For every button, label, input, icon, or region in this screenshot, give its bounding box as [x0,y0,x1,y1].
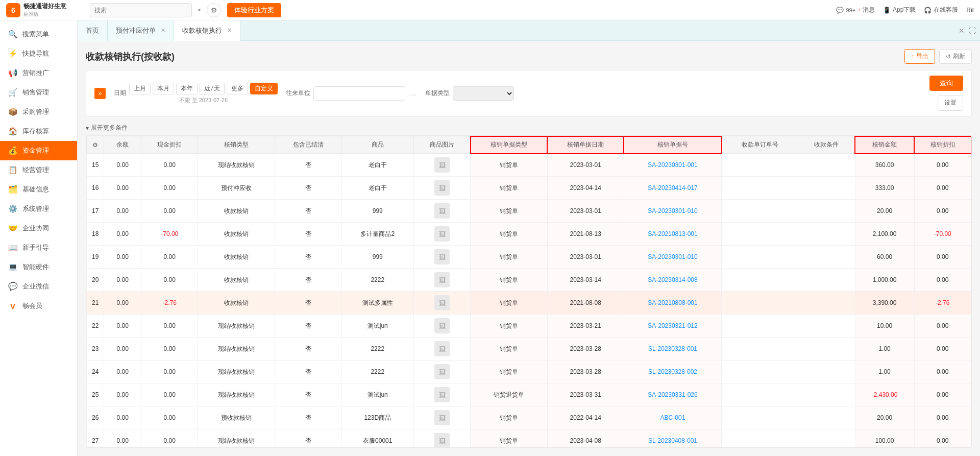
top-search-input[interactable] [90,3,192,17]
bill-no-cell[interactable]: SL-20230408-001 [624,429,721,448]
verify-amount-cell: 1.00 [855,338,914,361]
bill-no-cell[interactable]: SA-20230414-017 [624,177,721,200]
query-button[interactable]: 查询 [929,76,963,91]
trial-button[interactable]: 体验行业方案 [227,3,281,17]
partner-input[interactable] [313,86,405,101]
billtype-select[interactable] [453,86,514,101]
sidebar-item-system[interactable]: ⚙️ 系统管理 [0,199,77,219]
bill-no-cell[interactable]: SA-20210813-001 [624,223,721,246]
table-row: 25 0.00 0.00 现结收款核销 否 测试jun 🖼 销货退货单 2023… [87,383,971,406]
date-btn-last-month[interactable]: 上月 [129,83,151,94]
date-btn-more[interactable]: 更多 [227,83,248,94]
verify-discount-cell: 0.00 [914,361,971,383]
member-icon: V [8,301,17,310]
cash-discount-cell: 0.00 [141,361,198,383]
table-row: 23 0.00 0.00 现结收款核销 否 2222 🖼 销货单 2023-03… [87,338,971,361]
product-cell: 测试jun [341,383,414,406]
hardware-icon: 💻 [8,262,17,272]
bill-no-cell[interactable]: ABC-001 [624,406,721,429]
bill-type-cell: 销货单 [471,223,547,246]
tab-home[interactable]: 首页 [78,20,108,41]
product-img-cell: 🖼 [414,406,471,429]
app-download-icon[interactable]: 📱App下载 [883,6,916,14]
sidebar-item-wechat[interactable]: 💬 企业微信 [0,277,77,296]
bill-no-cell[interactable]: SA-20210808-001 [624,292,721,315]
purchase-icon: 📦 [8,107,17,116]
export-button[interactable]: ↑ 导出 [904,49,935,64]
bill-no-cell[interactable]: SA-20230321-012 [624,315,721,338]
date-btn-this-month[interactable]: 本月 [153,83,174,94]
logo-icon: 6 [6,3,20,17]
th-settings[interactable]: ⚙ [87,136,104,154]
search-dropdown-icon[interactable]: ▾ [198,7,201,13]
date-filter: 上月 本月 本年 近7天 更多 自定义 不限 至 2023-07-26 [129,83,278,104]
tab-collection-label: 收款核销执行 [182,26,222,35]
sidebar-item-sales[interactable]: 🛒 销售管理 [0,83,77,102]
tab-collection-close[interactable]: ✕ [227,27,232,34]
date-btn-7days[interactable]: 近7天 [200,83,225,94]
tab-fullscreen-icon[interactable]: ⛶ [969,27,976,35]
tab-prepay[interactable]: 预付冲应付单 ✕ [108,20,174,41]
bill-no-cell[interactable]: SA-20230314-008 [624,269,721,292]
expand-more-icon: ▾ [86,125,89,132]
table-row: 21 0.00 -2.76 收款核销 否 测试多属性 🖼 销货单 2021-08… [87,292,971,315]
verify-discount-cell: 0.00 [914,429,971,448]
page-content: 收款核销执行(按收款) ↑ 导出 ↺ 刷新 » 日期 [78,41,980,456]
filter-settings-button[interactable]: 设置 [938,95,963,111]
settings-icon[interactable]: ⚙ [207,3,221,17]
sidebar-item-purchase[interactable]: 📦 采购管理 [0,102,77,122]
date-range-text: 不限 至 2023-07-26 [179,97,228,104]
verify-amount-cell: 2,100.00 [855,223,914,246]
top-bar: 6 畅捷通谱好生意 标准版 ▾ ⚙ 体验行业方案 💬 99+ + 消息 📱App… [0,0,980,20]
tab-close-all-icon[interactable]: ✕ [959,27,965,35]
sidebar-item-enterprise[interactable]: 🤝 企业协同 [0,219,77,238]
sidebar-item-marketing[interactable]: 📢 营销推广 [0,63,77,83]
bill-no-cell[interactable]: SL-20230328-001 [624,338,721,361]
order-no-cell [722,361,798,383]
sidebar-item-search[interactable]: 🔍 搜索菜单 [0,25,77,44]
table-row: 16 0.00 0.00 预付冲应收 否 老白干 🖼 销货单 2023-04-1… [87,177,971,200]
bill-date-cell: 2023-03-28 [547,338,624,361]
message-icon[interactable]: 💬 99+ + 消息 [836,6,875,14]
verify-type-cell: 收款核销 [198,223,275,246]
sidebar-item-operation[interactable]: 📋 经营管理 [0,160,77,180]
date-btn-this-year[interactable]: 本年 [176,83,198,94]
online-service-icon[interactable]: 🎧在线客服 [924,6,958,14]
filter-expand-btn[interactable]: » [94,88,106,99]
bill-no-cell[interactable]: SA-20230301-010 [624,200,721,223]
order-no-cell [722,292,798,315]
include-settled-cell: 否 [275,200,341,223]
order-no-cell [722,223,798,246]
tab-home-label: 首页 [86,26,99,35]
tab-prepay-close[interactable]: ✕ [161,27,165,34]
bill-date-cell: 2023-03-01 [547,200,624,223]
bill-no-cell[interactable]: SA-20230331-026 [624,383,721,406]
sidebar-item-quicknav[interactable]: ⚡ 快捷导航 [0,44,77,63]
tab-bar: 首页 预付冲应付单 ✕ 收款核销执行 ✕ ✕ ⛶ [78,20,980,41]
product-cell: 2222 [341,269,414,292]
date-btn-custom[interactable]: 自定义 [250,83,278,94]
sidebar-item-guide[interactable]: 📖 新手引导 [0,238,77,257]
inventory-icon: 🏠 [8,127,17,136]
bill-no-cell[interactable]: SL-20230328-002 [624,361,721,383]
refresh-button[interactable]: ↺ 刷新 [939,49,972,64]
product-img-cell: 🖼 [414,383,471,406]
sidebar-item-inventory[interactable]: 🏠 库存核算 [0,122,77,141]
verify-type-cell: 现结收款核销 [198,338,275,361]
verify-discount-cell: 0.00 [914,406,971,429]
expand-more[interactable]: ▾ 展开更多条件 [86,121,972,135]
bill-no-cell[interactable]: SA-20230301-010 [624,246,721,269]
order-no-cell [722,383,798,406]
product-cell: 多计量商品2 [341,223,414,246]
product-cell: 测试jun [341,315,414,338]
verify-discount-cell: 0.00 [914,269,971,292]
tab-collection[interactable]: 收款核销执行 ✕ [174,20,240,41]
sidebar-item-finance[interactable]: 💰 资金管理 [0,141,77,160]
sidebar-item-basic[interactable]: 🗂️ 基础信息 [0,180,77,199]
bill-no-cell[interactable]: SA-20230301-001 [624,154,721,177]
sidebar-item-member[interactable]: V 畅会员 [0,296,77,316]
sidebar-item-hardware[interactable]: 💻 智能硬件 [0,257,77,277]
product-img-cell: 🖼 [414,292,471,315]
tab-prepay-label: 预付冲应付单 [116,26,156,35]
include-settled-cell: 否 [275,361,341,383]
